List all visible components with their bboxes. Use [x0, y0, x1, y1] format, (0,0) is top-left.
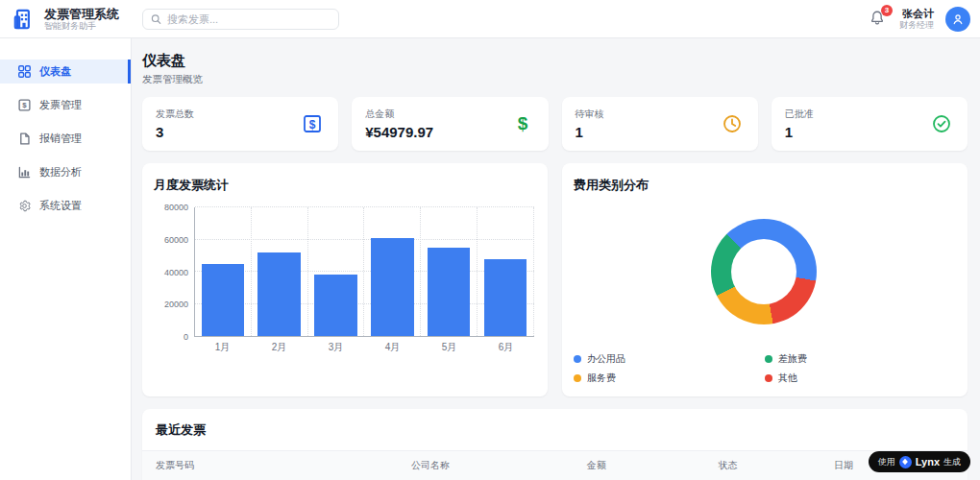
- analytics-bars-icon: [17, 166, 31, 180]
- legend-label: 差旅费: [778, 352, 807, 366]
- stat-value: 3: [156, 124, 194, 140]
- sidebar-item-label: 数据分析: [39, 165, 82, 180]
- report-doc-icon: [17, 132, 31, 146]
- legend-dot: [765, 374, 772, 382]
- check-circle-icon: [931, 113, 952, 134]
- sidebar-item-settings[interactable]: 系统设置: [0, 194, 131, 218]
- sidebar-item-label: 报销管理: [39, 132, 82, 146]
- dollar-sign-icon: $: [512, 113, 533, 134]
- clock-icon: [722, 113, 743, 134]
- dashboard-grid-icon: [17, 65, 31, 79]
- bar-6月: [484, 259, 527, 336]
- y-tick-label: 0: [184, 332, 188, 342]
- bar-chart: 020000400006000080000: [154, 207, 534, 337]
- stats-row: 发票总数 3 $ 总金额 ¥54979.97 $ 待审核 1: [142, 97, 968, 151]
- sidebar-item-analytics[interactable]: 数据分析: [0, 160, 131, 184]
- y-tick-label: 40000: [164, 268, 188, 277]
- monthly-invoice-bar-chart-card: 月度发票统计 020000400006000080000 1月2月3月4月5月6…: [142, 163, 548, 396]
- x-tick-label: 3月: [307, 341, 364, 354]
- recent-invoices-title: 最近发票: [142, 409, 968, 450]
- legend-label: 其他: [778, 372, 797, 385]
- col-status: 状态: [719, 459, 834, 472]
- sidebar-item-dashboard[interactable]: 仪表盘: [0, 60, 131, 84]
- user-avatar[interactable]: [945, 7, 970, 32]
- donut-legend: 办公用品 差旅费 服务费 其他: [574, 352, 956, 385]
- person-icon: [951, 12, 965, 26]
- notification-count-badge: 3: [881, 5, 893, 16]
- stat-card-total-amount: 总金额 ¥54979.97 $: [352, 97, 548, 151]
- bar-3月: [314, 275, 357, 336]
- building-logo-icon: [12, 7, 37, 32]
- invoice-icon: $: [17, 99, 31, 112]
- lynx-attribution-badge[interactable]: 使用 Lynx 生成: [869, 451, 970, 472]
- legend-dot: [574, 355, 581, 363]
- bar-chart-title: 月度发票统计: [154, 177, 534, 194]
- x-tick-label: 1月: [194, 341, 251, 354]
- invoice-dollar-square-icon: $: [302, 113, 323, 134]
- search-icon: [151, 13, 161, 25]
- bar-1月: [202, 264, 245, 336]
- stat-value: 1: [576, 124, 604, 140]
- sidebar-item-label: 系统设置: [39, 199, 82, 213]
- stat-label: 待审核: [576, 108, 604, 121]
- user-name: 张会计: [899, 8, 934, 20]
- x-tick-label: 6月: [478, 341, 534, 354]
- user-role: 财务经理: [899, 20, 934, 30]
- bar-chart-plot: [194, 207, 534, 337]
- col-invoice-number: 发票号码: [156, 459, 411, 472]
- lynx-logo-icon: [899, 456, 912, 468]
- stat-card-total-invoices: 发票总数 3 $: [142, 97, 338, 151]
- col-amount: 金额: [587, 459, 719, 472]
- search-bar[interactable]: [142, 9, 339, 30]
- donut-chart: [711, 219, 817, 324]
- legend-dot: [765, 355, 772, 363]
- bar-5月: [428, 248, 471, 336]
- app-subtitle: 智能财务助手: [44, 21, 119, 32]
- y-tick-label: 80000: [164, 203, 188, 212]
- y-tick-label: 20000: [164, 300, 188, 309]
- sidebar-item-label: 发票管理: [39, 98, 82, 112]
- bar-4月: [371, 238, 414, 336]
- legend-item-office-supplies: 办公用品: [574, 352, 765, 366]
- sidebar-nav: 仪表盘 $ 发票管理 报销管理 数据分析: [0, 38, 132, 480]
- sidebar-item-invoices[interactable]: $ 发票管理: [0, 93, 131, 117]
- svg-text:$: $: [309, 118, 316, 132]
- settings-gear-icon: [17, 200, 31, 213]
- legend-label: 办公用品: [587, 352, 625, 366]
- x-tick-label: 5月: [421, 341, 478, 354]
- legend-item-service: 服务费: [574, 372, 765, 385]
- notification-bell[interactable]: 3: [869, 10, 888, 29]
- lynx-badge-suffix: 生成: [943, 456, 961, 468]
- stat-value: 1: [785, 124, 814, 140]
- stat-card-approved: 已批准 1: [772, 97, 968, 151]
- lynx-badge-brand: Lynx: [916, 456, 940, 468]
- lynx-badge-prefix: 使用: [878, 456, 895, 468]
- x-tick-label: 2月: [251, 341, 307, 354]
- y-tick-label: 60000: [164, 235, 188, 245]
- donut-chart-title: 费用类别分布: [574, 177, 954, 194]
- app-title: 发票管理系统: [44, 7, 119, 21]
- legend-label: 服务费: [587, 372, 616, 385]
- sidebar-item-reimbursement[interactable]: 报销管理: [0, 127, 131, 151]
- main-content: 仪表盘 发票管理概览 发票总数 3 $ 总金额 ¥54979.97 $ 待审: [132, 38, 980, 480]
- user-info: 张会计 财务经理: [899, 8, 934, 30]
- svg-text:$: $: [22, 101, 27, 109]
- sidebar-item-label: 仪表盘: [39, 64, 71, 79]
- stat-label: 发票总数: [156, 108, 194, 121]
- app-logo: 发票管理系统 智能财务助手: [0, 7, 132, 32]
- top-header: 发票管理系统 智能财务助手 3 张会计 财务经理: [0, 0, 980, 38]
- x-tick-label: 4月: [364, 341, 421, 354]
- legend-item-other: 其他: [765, 372, 956, 385]
- search-input[interactable]: [167, 13, 331, 25]
- page-title: 仪表盘: [142, 52, 968, 70]
- legend-item-travel: 差旅费: [765, 352, 956, 366]
- stat-label: 已批准: [785, 108, 814, 121]
- svg-text:$: $: [517, 113, 527, 133]
- table-header-row: 发票号码 公司名称 金额 状态 日期: [142, 450, 968, 480]
- stat-card-pending: 待审核 1: [562, 97, 758, 151]
- bar-chart-x-labels: 1月2月3月4月5月6月: [194, 341, 534, 354]
- expense-category-donut-card: 费用类别分布 办公用品 差旅费 服务费 其他: [562, 163, 968, 396]
- bar-chart-y-axis: 020000400006000080000: [154, 207, 194, 337]
- stat-value: ¥54979.97: [365, 124, 433, 140]
- col-company-name: 公司名称: [411, 459, 587, 472]
